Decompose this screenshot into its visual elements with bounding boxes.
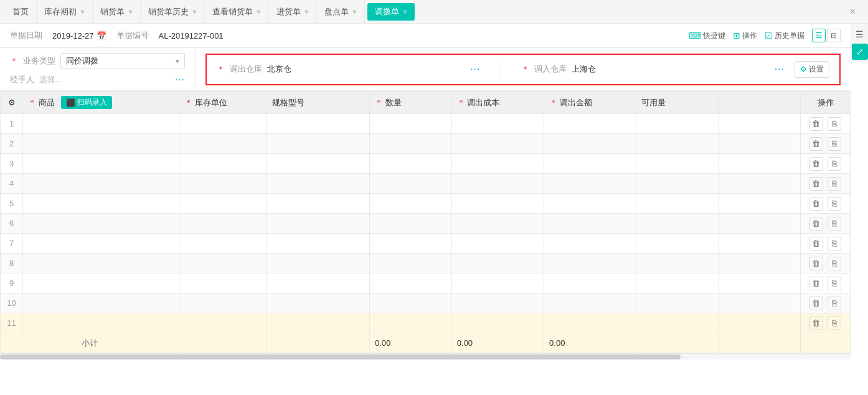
- amount-1[interactable]: [544, 114, 636, 134]
- copy-icon-1[interactable]: ⎘: [828, 117, 841, 131]
- product-2[interactable]: [23, 134, 179, 154]
- qty-9[interactable]: [370, 274, 452, 293]
- close-sales-order[interactable]: ×: [128, 7, 133, 16]
- spec-3[interactable]: [267, 154, 370, 174]
- tab-sales-order[interactable]: 销货单 ×: [93, 0, 141, 24]
- product-8[interactable]: [23, 254, 179, 274]
- unit-9[interactable]: [179, 274, 267, 293]
- qty-8[interactable]: [370, 254, 452, 274]
- operations-button[interactable]: ⊞ 操作: [733, 31, 757, 41]
- sidebar-list-icon[interactable]: ☰: [852, 26, 868, 42]
- cost-1[interactable]: [451, 114, 544, 134]
- qty-5[interactable]: [370, 194, 452, 214]
- settings-button[interactable]: ⚙ 设置: [795, 61, 829, 78]
- spec-6[interactable]: [267, 214, 370, 234]
- cost-3[interactable]: [451, 154, 544, 174]
- qty-6[interactable]: [370, 214, 452, 234]
- in-warehouse-select[interactable]: ···: [775, 64, 785, 75]
- product-9[interactable]: [23, 274, 179, 293]
- th-gear[interactable]: ⚙: [1, 92, 23, 114]
- unit-5[interactable]: [179, 194, 267, 214]
- amount-10[interactable]: [544, 293, 636, 313]
- available-4[interactable]: [636, 174, 719, 194]
- shortcuts-button[interactable]: ⌨ 快捷键: [689, 31, 725, 41]
- unit-3[interactable]: [179, 154, 267, 174]
- product-1[interactable]: [23, 114, 179, 134]
- product-5[interactable]: [23, 194, 179, 214]
- history-button[interactable]: ☑ 历史单据: [765, 31, 804, 41]
- delete-icon-8[interactable]: 🗑: [809, 257, 823, 270]
- available-11[interactable]: [636, 313, 719, 333]
- horizontal-scrollbar[interactable]: [0, 353, 851, 359]
- product-3[interactable]: [23, 154, 179, 174]
- amount-4[interactable]: [544, 174, 636, 194]
- amount-11[interactable]: [544, 313, 636, 333]
- amount-6[interactable]: [544, 214, 636, 234]
- amount-7[interactable]: [544, 234, 636, 254]
- copy-icon-8[interactable]: ⎘: [828, 257, 841, 270]
- tab-sales-history[interactable]: 销货单历史 ×: [141, 0, 205, 24]
- close-purchase-order[interactable]: ×: [304, 7, 309, 16]
- available-2[interactable]: [636, 134, 719, 154]
- cost-2[interactable]: [451, 134, 544, 154]
- cost-6[interactable]: [451, 214, 544, 234]
- available-9[interactable]: [636, 274, 719, 293]
- qty-10[interactable]: [370, 293, 452, 313]
- cost-8[interactable]: [451, 254, 544, 274]
- scan-button[interactable]: ⬛ 扫码录入: [61, 96, 112, 109]
- handler-dots[interactable]: ···: [175, 74, 185, 85]
- product-6[interactable]: [23, 214, 179, 234]
- cost-7[interactable]: [451, 234, 544, 254]
- spec-7[interactable]: [267, 234, 370, 254]
- spec-10[interactable]: [267, 293, 370, 313]
- delete-icon-6[interactable]: 🗑: [809, 217, 823, 231]
- cost-4[interactable]: [451, 174, 544, 194]
- amount-5[interactable]: [544, 194, 636, 214]
- spec-4[interactable]: [267, 174, 370, 194]
- qty-3[interactable]: [370, 154, 452, 174]
- qty-4[interactable]: [370, 174, 452, 194]
- available-6[interactable]: [636, 214, 719, 234]
- copy-icon-3[interactable]: ⎘: [828, 157, 841, 171]
- tab-home[interactable]: 首页: [5, 0, 37, 24]
- qty-2[interactable]: [370, 134, 452, 154]
- spec-9[interactable]: [267, 274, 370, 293]
- copy-icon-4[interactable]: ⎘: [828, 177, 841, 191]
- grid-view-button[interactable]: ⊟: [827, 29, 841, 42]
- unit-8[interactable]: [179, 254, 267, 274]
- spec-5[interactable]: [267, 194, 370, 214]
- available-10[interactable]: [636, 293, 719, 313]
- copy-icon-9[interactable]: ⎘: [828, 277, 841, 290]
- delete-icon-10[interactable]: 🗑: [809, 297, 823, 310]
- unit-4[interactable]: [179, 174, 267, 194]
- available-1[interactable]: [636, 114, 719, 134]
- unit-7[interactable]: [179, 234, 267, 254]
- close-initial-inventory[interactable]: ×: [80, 7, 85, 16]
- qty-11[interactable]: [370, 313, 452, 333]
- tab-view-sales[interactable]: 查看销货单 ×: [205, 0, 269, 24]
- table-wrapper[interactable]: ⚙ ＊ 商品 ⬛ 扫码录入 ＊ 库存单位: [0, 91, 851, 395]
- delete-icon-11[interactable]: 🗑: [809, 316, 823, 330]
- close-inventory-check[interactable]: ×: [352, 7, 357, 16]
- close-view-sales[interactable]: ×: [257, 7, 261, 16]
- tab-transfer-order[interactable]: 调拨单 ×: [367, 3, 415, 21]
- close-transfer-order[interactable]: ×: [403, 7, 407, 16]
- amount-3[interactable]: [544, 154, 636, 174]
- delete-icon-9[interactable]: 🗑: [809, 277, 823, 290]
- spec-11[interactable]: [267, 313, 370, 333]
- spec-8[interactable]: [267, 254, 370, 274]
- available-7[interactable]: [636, 234, 719, 254]
- out-warehouse-select[interactable]: ···: [470, 64, 480, 75]
- cost-5[interactable]: [451, 194, 544, 214]
- available-3[interactable]: [636, 154, 719, 174]
- biz-type-select[interactable]: 同价调拨 ▾: [60, 53, 185, 69]
- copy-icon-2[interactable]: ⎘: [828, 137, 841, 151]
- unit-6[interactable]: [179, 214, 267, 234]
- delete-icon-1[interactable]: 🗑: [809, 117, 823, 131]
- product-7[interactable]: [23, 234, 179, 254]
- delete-icon-4[interactable]: 🗑: [809, 177, 823, 191]
- product-11[interactable]: [23, 313, 179, 333]
- list-view-button[interactable]: ☰: [812, 29, 826, 42]
- sidebar-expand-icon[interactable]: ⤢: [852, 44, 868, 60]
- delete-icon-5[interactable]: 🗑: [809, 197, 823, 211]
